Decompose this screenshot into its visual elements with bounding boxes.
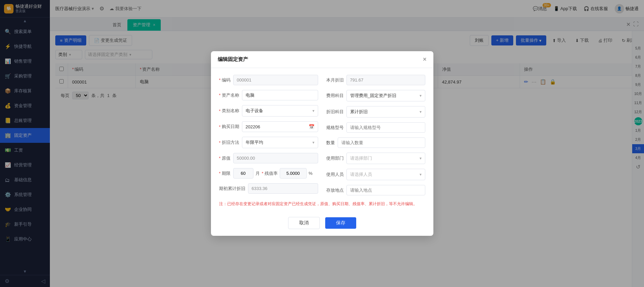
purchase-date-picker[interactable]: 202206 📅 [242, 121, 318, 132]
expense-subject-label: 费用科目 [326, 93, 344, 99]
quantity-input[interactable] [338, 137, 425, 148]
period-label: * 期限 [219, 170, 231, 177]
person-arrow: ▾ [420, 172, 422, 177]
original-value-row: * 原值 [219, 153, 318, 163]
original-value-input[interactable] [233, 153, 318, 163]
department-select[interactable]: 请选择部门 ▾ [346, 153, 425, 164]
residual-rate-label: * 残值率 [262, 170, 278, 177]
code-row: * 编码 [219, 75, 318, 85]
initial-accumulated-row: 期初累计折旧 [219, 183, 318, 194]
name-input[interactable] [242, 90, 318, 100]
modal-header: 编辑固定资产 × [211, 51, 433, 68]
name-row: * 资产名称 [219, 90, 318, 100]
monthly-dep-label: 本月折旧 [326, 77, 344, 83]
monthly-dep-input[interactable] [346, 75, 425, 85]
dep-method-arrow: ▾ [312, 140, 314, 145]
location-input[interactable] [346, 185, 425, 195]
modal-field-department: 使用部门 请选择部门 ▾ [326, 153, 425, 164]
original-value-label: * 原值 [219, 155, 231, 161]
purchase-date-row: * 购买日期 202206 📅 [219, 121, 318, 132]
dep-method-label: * 折旧方法 [219, 139, 239, 146]
location-label: 存放地点 [326, 187, 344, 193]
modal-field-location: 存放地点 [326, 185, 425, 195]
dep-method-select[interactable]: 年限平均 ▾ [242, 137, 318, 148]
modal-field-person: 使用人员 请选择人员 ▾ [326, 169, 425, 180]
spec-label: 规格型号 [326, 125, 344, 131]
quantity-label: 数量 [326, 140, 335, 146]
modal-field-expense-subject: 费用科目 管理费用_固定资产折旧 ▾ [326, 90, 425, 101]
modal-close-icon[interactable]: × [423, 56, 427, 63]
modal-left-col: * 编码 * 资产名称 [219, 75, 318, 195]
modal-field-dep-subject: 折旧科目 累计折旧 ▾ [326, 106, 425, 118]
person-label: 使用人员 [326, 171, 344, 178]
period-input[interactable] [233, 168, 253, 179]
modal-field-name: * 资产名称 [219, 90, 318, 100]
code-input[interactable] [233, 75, 318, 85]
dep-subject-select[interactable]: 累计折旧 ▾ [346, 106, 425, 118]
person-select[interactable]: 请选择人员 ▾ [346, 169, 425, 180]
category-select-arrow: ▾ [312, 108, 314, 113]
dep-subject-label: 折旧科目 [326, 109, 344, 115]
period-row: * 期限 月 * 残值率 % [219, 168, 318, 179]
initial-accumulated-label: 期初累计折旧 [219, 186, 245, 192]
department-arrow: ▾ [420, 156, 422, 161]
initial-accumulated-input[interactable] [248, 183, 318, 194]
category-label: * 类别名称 [219, 108, 239, 114]
quantity-row: 数量 [326, 137, 425, 148]
modal-field-monthly-dep: 本月折旧 [326, 75, 425, 85]
modal-note: 注：已经存在变更记录或者对应固定资产已经生成凭证，原值、购买日期、残值率、累计折… [219, 201, 425, 207]
cancel-button[interactable]: 取消 [288, 217, 320, 229]
modal-field-purchase-date: * 购买日期 202206 📅 [219, 121, 318, 132]
modal-field-spec: 规格型号 [326, 122, 425, 133]
modal-grid: * 编码 * 资产名称 [219, 75, 425, 195]
modal-footer: 取消 保存 [211, 213, 433, 236]
modal-field-quantity: 数量 [326, 137, 425, 148]
modal-field-dep-method: * 折旧方法 年限平均 ▾ [219, 137, 318, 148]
modal-title: 编辑固定资产 [218, 56, 248, 63]
modal-field-category: * 类别名称 电子设备 ▾ [219, 105, 318, 117]
modal-field-initial-accumulated: 期初累计折旧 [219, 183, 318, 194]
modal-right-col: 本月折旧 费用科目 管理费用_固定资产折旧 [326, 75, 425, 195]
residual-pct-label: % [309, 171, 313, 176]
period-controls: 月 * 残值率 % [233, 168, 313, 179]
modal-field-period: * 期限 月 * 残值率 % [219, 168, 318, 179]
residual-rate-input[interactable] [280, 168, 307, 179]
dep-subject-row: 折旧科目 累计折旧 ▾ [326, 106, 425, 118]
spec-row: 规格型号 [326, 122, 425, 133]
period-unit-label: 月 [255, 170, 260, 177]
spec-input[interactable] [346, 122, 425, 133]
category-row: * 类别名称 电子设备 ▾ [219, 105, 318, 117]
department-row: 使用部门 请选择部门 ▾ [326, 153, 425, 164]
code-label: * 编码 [219, 77, 231, 83]
expense-subject-select[interactable]: 管理费用_固定资产折旧 ▾ [346, 90, 425, 101]
modal-overlay[interactable]: 编辑固定资产 × * 编码 [0, 0, 644, 287]
modal-body: * 编码 * 资产名称 [211, 68, 433, 213]
save-button[interactable]: 保存 [325, 217, 356, 229]
category-select[interactable]: 电子设备 ▾ [242, 105, 318, 117]
location-row: 存放地点 [326, 185, 425, 195]
name-label: * 资产名称 [219, 92, 239, 98]
calendar-icon: 📅 [309, 124, 314, 129]
purchase-date-label: * 购买日期 [219, 124, 239, 130]
edit-asset-modal: 编辑固定资产 × * 编码 [211, 51, 433, 235]
person-row: 使用人员 请选择人员 ▾ [326, 169, 425, 180]
expense-subject-arrow: ▾ [420, 93, 422, 98]
department-label: 使用部门 [326, 155, 344, 161]
monthly-dep-row: 本月折旧 [326, 75, 425, 85]
modal-field-original-value: * 原值 [219, 153, 318, 163]
dep-method-row: * 折旧方法 年限平均 ▾ [219, 137, 318, 148]
dep-subject-arrow: ▾ [420, 109, 422, 114]
expense-subject-row: 费用科目 管理费用_固定资产折旧 ▾ [326, 90, 425, 101]
modal-field-code: * 编码 [219, 75, 318, 85]
